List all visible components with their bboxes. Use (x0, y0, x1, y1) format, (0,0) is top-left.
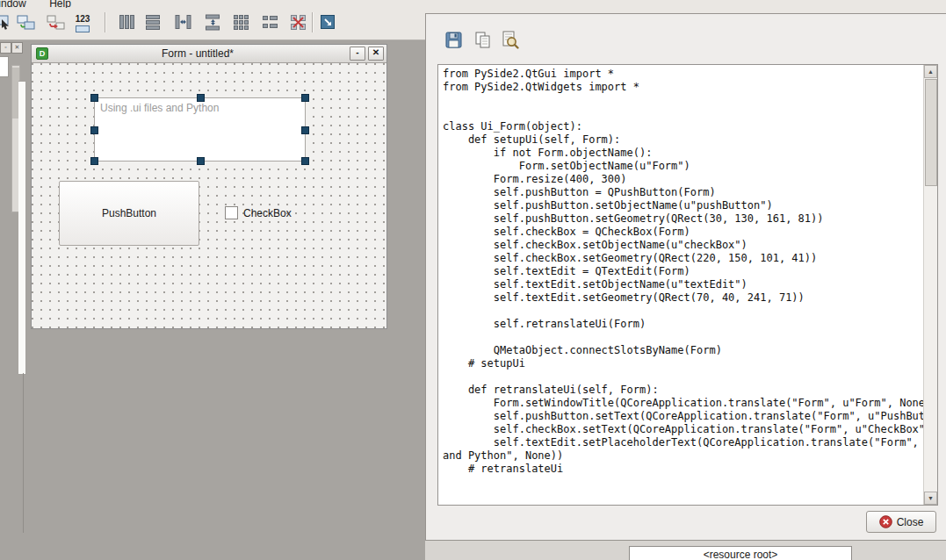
form-canvas[interactable]: Using .ui files and Python PushButton Ch… (32, 63, 386, 328)
edit-signals-slots-icon[interactable] (16, 12, 37, 33)
textedit-widget[interactable]: Using .ui files and Python (94, 97, 306, 162)
toolbar-separator (312, 12, 314, 32)
copy-button[interactable] (473, 30, 494, 51)
toolbar-separator (105, 12, 106, 32)
selection-handle[interactable] (90, 157, 98, 165)
qt-designer-window: { "menubar": { "items": ["Window", "Help… (0, 0, 946, 560)
save-button[interactable] (444, 30, 465, 51)
code-text[interactable]: from PySide2.QtGui import * from PySide2… (438, 65, 937, 478)
layout-grid-icon[interactable] (231, 12, 252, 33)
close-button-label: Close (897, 516, 924, 528)
form-titlebar[interactable]: D Form - untitled* - ✕ (32, 45, 386, 63)
edit-widgets-icon[interactable] (0, 12, 14, 33)
dock-float-button[interactable]: ▫ (0, 42, 11, 54)
widget-box-panel-edge (18, 81, 26, 375)
selection-handle[interactable] (301, 126, 309, 134)
scroll-down-button[interactable]: ▼ (924, 492, 937, 505)
checkbox-box[interactable] (225, 206, 238, 219)
find-icon (500, 30, 521, 51)
adjust-size-icon[interactable] (318, 12, 339, 33)
dock-close-button[interactable]: ✕ (11, 42, 23, 54)
code-scrollbar[interactable]: ▲ ▼ (923, 65, 937, 505)
code-area[interactable]: from PySide2.QtGui import * from PySide2… (437, 64, 938, 506)
menu-item-help[interactable]: Help (49, 0, 71, 8)
form-minimize-button[interactable]: - (350, 47, 365, 61)
layout-horizontal-icon[interactable] (117, 12, 138, 33)
copy-icon (473, 30, 494, 51)
panel-divider (23, 373, 24, 533)
form-window: D Form - untitled* - ✕ Using .ui files a… (31, 44, 387, 329)
save-icon (444, 30, 465, 51)
close-button[interactable]: Close (866, 511, 936, 533)
splitter-horizontal-icon[interactable] (173, 12, 194, 33)
pushbutton-widget[interactable]: PushButton (59, 181, 199, 246)
resource-root-item[interactable]: <resource root> (629, 546, 852, 560)
checkbox-label: CheckBox (243, 207, 292, 219)
splitter-vertical-icon[interactable] (203, 12, 224, 33)
selection-handle[interactable] (301, 157, 309, 165)
selection-handle[interactable] (301, 94, 309, 102)
designer-form-icon: D (36, 47, 48, 60)
form-close-button[interactable]: ✕ (368, 47, 384, 61)
selection-handle[interactable] (90, 126, 98, 134)
edit-tab-order-icon[interactable]: 123 (72, 12, 93, 33)
checkbox-widget[interactable]: CheckBox (225, 206, 292, 219)
edit-buddies-icon[interactable] (46, 12, 67, 33)
layout-form-icon[interactable] (260, 12, 281, 33)
find-button[interactable] (500, 30, 521, 51)
scroll-up-button[interactable]: ▲ (924, 65, 937, 78)
selection-handle[interactable] (197, 157, 205, 165)
code-viewer-dialog: from PySide2.QtGui import * from PySide2… (425, 13, 946, 542)
form-window-title: Form - untitled* (48, 47, 347, 60)
tab-order-label: 123 (72, 14, 93, 24)
menubar: Window Help (0, 0, 193, 8)
widget-filter-input[interactable] (0, 56, 9, 77)
scrollbar-thumb[interactable] (925, 79, 937, 186)
selection-handle[interactable] (197, 94, 205, 102)
break-layout-icon[interactable] (288, 12, 309, 33)
close-icon (879, 515, 892, 528)
selection-handle[interactable] (90, 94, 98, 102)
layout-vertical-icon[interactable] (143, 12, 164, 33)
bottom-dock: <resource root> (425, 540, 946, 560)
menu-item-window[interactable]: Window (0, 0, 26, 8)
